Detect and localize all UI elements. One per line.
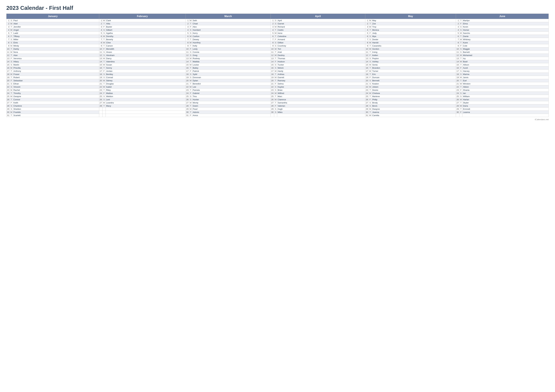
day-name: Gwayne xyxy=(13,95,99,98)
day-number: 9 xyxy=(99,44,102,47)
day-number: 23 xyxy=(271,89,274,92)
day-name: Melvin xyxy=(277,66,365,70)
day-letter: M xyxy=(10,44,13,47)
day-number: 13 xyxy=(456,57,460,60)
day-number: 27 xyxy=(99,101,102,104)
day-letter: S xyxy=(274,66,277,70)
day-number: 10 xyxy=(99,47,102,51)
day-name: Tiffany xyxy=(13,35,99,38)
day-number: 6 xyxy=(456,35,460,38)
day-number: 21 xyxy=(456,82,460,86)
day-letter: S xyxy=(10,63,13,66)
day-letter: M xyxy=(369,19,372,22)
table-row: 2MAbel2TAlita2TChad2SGarnet2TZoe2FElma xyxy=(7,22,549,25)
day-name: Marc xyxy=(277,95,365,98)
day-number: 13 xyxy=(365,57,369,60)
day-number: 22 xyxy=(271,86,274,89)
day-letter: T xyxy=(189,38,192,41)
day-name: Dewey xyxy=(192,38,270,41)
day-number: 21 xyxy=(7,82,10,86)
day-letter: S xyxy=(10,104,13,107)
table-row: 25WGwayne25SWeldon25STina25TMarc25TMarle… xyxy=(7,95,549,98)
day-number: 18 xyxy=(456,73,460,76)
day-number: 5 xyxy=(7,32,10,35)
day-letter: T xyxy=(10,32,13,35)
day-letter: M xyxy=(189,101,192,104)
day-letter: W xyxy=(459,38,462,41)
day-letter: W xyxy=(369,114,372,117)
day-name: Irving xyxy=(372,51,456,54)
day-name: Gwen xyxy=(192,104,270,107)
day-letter: W xyxy=(102,19,106,22)
day-name: Dylan xyxy=(192,79,270,82)
day-name: Armand xyxy=(277,38,365,41)
day-number: 23 xyxy=(365,89,369,92)
day-letter: W xyxy=(189,19,192,22)
day-name: Sancho xyxy=(462,32,549,35)
day-number: 4 xyxy=(456,29,460,32)
day-name: Darcy xyxy=(106,57,186,60)
empty-cell xyxy=(106,111,186,114)
table-row: 4WAngel4SGilbert4SHumbert4TCedric4TMonic… xyxy=(7,29,549,32)
day-name: Barnett xyxy=(462,51,549,54)
day-letter: F xyxy=(10,79,13,82)
day-letter: T xyxy=(10,114,13,117)
day-name: Hudson xyxy=(277,60,365,63)
day-letter: M xyxy=(459,32,462,35)
day-letter: T xyxy=(189,111,192,114)
day-letter: M xyxy=(102,57,106,60)
empty-cell xyxy=(99,114,102,117)
day-name: Bentley xyxy=(106,73,186,76)
day-number: 19 xyxy=(365,76,369,79)
day-name: Donovan xyxy=(192,76,270,79)
day-name: Alita xyxy=(106,22,186,25)
day-letter: F xyxy=(459,66,462,70)
day-number: 14 xyxy=(186,60,189,63)
day-letter: W xyxy=(102,63,106,66)
day-letter: W xyxy=(10,29,13,32)
day-letter: M xyxy=(189,57,192,60)
day-name: Hunter xyxy=(192,98,270,101)
month-header-apr: April xyxy=(271,14,365,19)
day-letter: M xyxy=(102,101,106,104)
day-name: Benedict xyxy=(192,82,270,86)
day-letter: T xyxy=(10,54,13,57)
day-letter: M xyxy=(274,25,277,29)
day-letter: S xyxy=(369,60,372,63)
day-letter: W xyxy=(459,60,462,63)
day-number: 15 xyxy=(456,63,460,66)
month-header-mar: March xyxy=(186,14,270,19)
table-row: 10TDarby10FMeredith10FLesly10MTori10WGor… xyxy=(7,47,549,51)
day-number: 31 xyxy=(7,114,10,117)
day-number: 28 xyxy=(365,104,369,107)
day-number: 19 xyxy=(271,76,274,79)
day-name: Hilary xyxy=(13,60,99,63)
day-name: Agatha xyxy=(106,32,186,35)
day-name: Douglas xyxy=(106,82,186,86)
day-name: Ladd xyxy=(13,32,99,35)
day-number: 26 xyxy=(99,98,102,101)
day-name: Sonny xyxy=(106,66,186,70)
day-number: 7 xyxy=(271,38,274,41)
day-letter: S xyxy=(189,54,192,57)
day-letter: M xyxy=(10,89,13,92)
day-number: 10 xyxy=(456,47,460,51)
empty-cell xyxy=(274,114,277,117)
day-number: 25 xyxy=(99,95,102,98)
day-name: Rodney xyxy=(192,57,270,60)
day-number: 14 xyxy=(365,60,369,63)
day-name: Richard xyxy=(277,25,365,29)
day-letter: T xyxy=(189,104,192,107)
day-letter: T xyxy=(274,95,277,98)
table-row: 20FSebastian20MSidney20MDylan20TRamsey20… xyxy=(7,79,549,82)
day-number: 23 xyxy=(7,89,10,92)
day-name: Gillian xyxy=(277,41,365,44)
day-number: 5 xyxy=(99,32,102,35)
day-letter: T xyxy=(274,73,277,76)
day-letter: S xyxy=(10,41,13,44)
day-number: 6 xyxy=(99,35,102,38)
day-number: 5 xyxy=(186,32,189,35)
day-letter: T xyxy=(369,111,372,114)
day-name: Carson xyxy=(106,44,186,47)
table-row: 23MRachel23TRiley23TPamela23SBrian23TDes… xyxy=(7,89,549,92)
